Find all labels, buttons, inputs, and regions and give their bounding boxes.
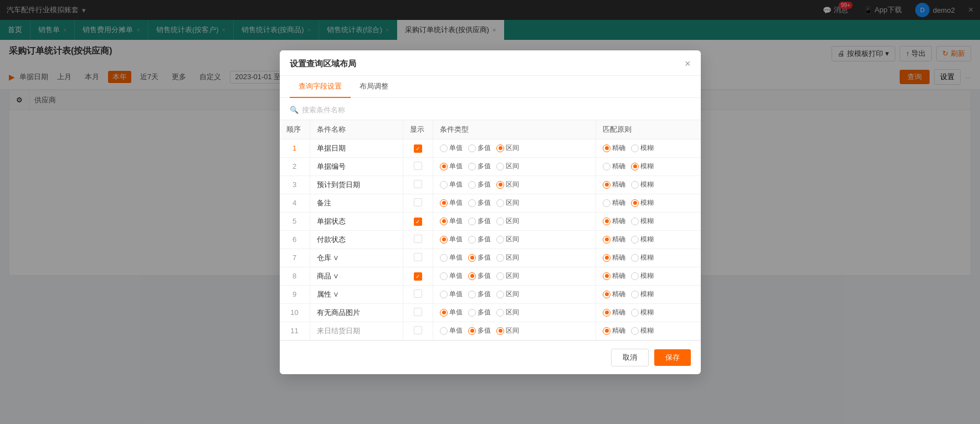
- radio-circle-type_range: [496, 218, 504, 225]
- radio-type_single[interactable]: 单值: [440, 162, 463, 171]
- tab-layout[interactable]: 布局调整: [351, 76, 397, 98]
- radio-type_single[interactable]: 单值: [440, 235, 463, 244]
- radio-match_fuzzy[interactable]: 模糊: [631, 143, 654, 153]
- radio-type_multi[interactable]: 多值: [468, 216, 491, 226]
- display-checkbox[interactable]: [414, 144, 422, 153]
- radio-circle-type_range: [496, 163, 504, 170]
- type-cell: 单值多值区间: [433, 157, 596, 175]
- display-checkbox[interactable]: [414, 180, 422, 188]
- display-checkbox[interactable]: [414, 198, 422, 206]
- table-header-row: 顺序 条件名称 显示 条件类型 匹配原则: [280, 120, 701, 139]
- radio-match_exact[interactable]: 精确: [603, 271, 625, 276]
- radio-type_multi[interactable]: 多值: [468, 253, 491, 262]
- radio-type_multi[interactable]: 多值: [468, 162, 491, 171]
- radio-type_range[interactable]: 区间: [496, 162, 519, 171]
- radio-type_range[interactable]: 区间: [496, 180, 519, 189]
- radio-match_exact[interactable]: 精确: [603, 216, 625, 226]
- name-cell: 预计到货日期: [310, 175, 403, 194]
- display-cell[interactable]: [403, 194, 433, 212]
- radio-type_range[interactable]: 区间: [496, 198, 519, 208]
- radio-circle-match_fuzzy: [631, 181, 639, 189]
- display-checkbox[interactable]: [414, 272, 422, 276]
- radio-type_multi[interactable]: 多值: [468, 143, 491, 153]
- radio-match_fuzzy[interactable]: 模糊: [631, 271, 654, 276]
- radio-match_fuzzy[interactable]: 模糊: [631, 180, 654, 189]
- radio-circle-type_single: [440, 199, 448, 207]
- display-cell[interactable]: [403, 175, 433, 194]
- match-cell: 精确模糊: [596, 175, 701, 194]
- search-icon: 🔍: [290, 106, 299, 114]
- radio-circle-type_multi: [468, 236, 476, 244]
- radio-circle-match_exact: [603, 272, 610, 276]
- radio-match_exact[interactable]: 精确: [603, 180, 625, 189]
- display-checkbox[interactable]: [414, 253, 422, 261]
- search-input[interactable]: [302, 104, 691, 116]
- radio-type_multi[interactable]: 多值: [468, 198, 491, 208]
- display-checkbox[interactable]: [414, 218, 422, 226]
- radio-match_fuzzy[interactable]: 模糊: [631, 235, 654, 244]
- radio-circle-match_fuzzy: [631, 272, 639, 276]
- radio-type_range[interactable]: 区间: [496, 216, 519, 226]
- radio-circle-type_single: [440, 163, 448, 170]
- dialog-close-button[interactable]: ×: [685, 58, 691, 70]
- radio-circle-match_exact: [603, 181, 610, 189]
- display-checkbox[interactable]: [414, 235, 422, 243]
- tab-query-fields[interactable]: 查询字段设置: [290, 76, 351, 98]
- match-cell: 精确模糊: [596, 267, 701, 276]
- radio-match_exact[interactable]: 精确: [603, 143, 625, 153]
- radio-circle-type_single: [440, 218, 448, 225]
- name-cell: 付款状态: [310, 230, 403, 249]
- display-cell[interactable]: [403, 230, 433, 249]
- display-checkbox[interactable]: [414, 162, 422, 170]
- radio-circle-match_exact: [603, 218, 610, 225]
- radio-type_single[interactable]: 单值: [440, 198, 463, 208]
- display-cell[interactable]: [403, 157, 433, 175]
- radio-circle-match_exact: [603, 163, 610, 170]
- radio-match_exact[interactable]: 精确: [603, 253, 625, 262]
- radio-type_range[interactable]: 区间: [496, 235, 519, 244]
- table-row: 2单据编号单值多值区间精确模糊: [280, 157, 701, 175]
- radio-match_exact[interactable]: 精确: [603, 198, 625, 208]
- name-cell: 仓库 ∨: [310, 249, 403, 267]
- display-cell[interactable]: [403, 249, 433, 267]
- radio-circle-match_exact: [603, 199, 610, 207]
- radio-circle-match_fuzzy: [631, 199, 639, 207]
- radio-circle-type_range: [496, 181, 504, 189]
- radio-match_fuzzy[interactable]: 模糊: [631, 162, 654, 171]
- type-cell: 单值多值区间: [433, 194, 596, 212]
- radio-type_range[interactable]: 区间: [496, 143, 519, 153]
- radio-circle-type_range: [496, 236, 504, 244]
- radio-type_single[interactable]: 单值: [440, 216, 463, 226]
- radio-type_multi[interactable]: 多值: [468, 271, 491, 276]
- radio-circle-type_single: [440, 236, 448, 244]
- type-cell: 单值多值区间: [433, 212, 596, 230]
- radio-type_single[interactable]: 单值: [440, 253, 463, 262]
- th-match: 匹配原则: [596, 120, 701, 139]
- display-cell[interactable]: [403, 139, 433, 157]
- radio-type_single[interactable]: 单值: [440, 180, 463, 189]
- th-seq: 顺序: [280, 120, 310, 139]
- radio-match_fuzzy[interactable]: 模糊: [631, 253, 654, 262]
- radio-match_fuzzy[interactable]: 模糊: [631, 216, 654, 226]
- radio-match_fuzzy[interactable]: 模糊: [631, 198, 654, 208]
- type-cell: 单值多值区间: [433, 139, 596, 157]
- radio-circle-match_fuzzy: [631, 144, 639, 152]
- match-cell: 精确模糊: [596, 230, 701, 249]
- table-row: 4备注单值多值区间精确模糊: [280, 194, 701, 212]
- table-row: 7仓库 ∨单值多值区间精确模糊: [280, 249, 701, 267]
- radio-type_range[interactable]: 区间: [496, 253, 519, 262]
- radio-type_single[interactable]: 单值: [440, 271, 463, 276]
- radio-match_exact[interactable]: 精确: [603, 162, 625, 171]
- radio-type_multi[interactable]: 多值: [468, 235, 491, 244]
- radio-match_exact[interactable]: 精确: [603, 235, 625, 244]
- name-cell: 单据编号: [310, 157, 403, 175]
- radio-type_range[interactable]: 区间: [496, 271, 519, 276]
- radio-type_single[interactable]: 单值: [440, 143, 463, 153]
- display-cell[interactable]: [403, 212, 433, 230]
- radio-circle-type_single: [440, 272, 448, 276]
- display-cell[interactable]: [403, 267, 433, 276]
- radio-circle-type_range: [496, 254, 504, 262]
- modal-overlay: 设置查询区域布局 × 查询字段设置 布局调整 🔍 顺序 条件名称: [0, 0, 980, 276]
- radio-type_multi[interactable]: 多值: [468, 180, 491, 189]
- seq-cell: 7: [280, 249, 310, 267]
